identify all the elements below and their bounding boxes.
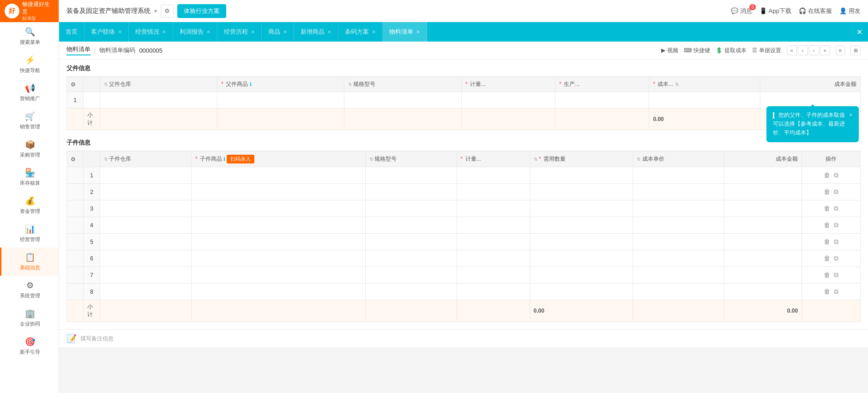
child-row-5-qty[interactable]: [530, 234, 633, 250]
child-row-5-unit-cost[interactable]: [633, 234, 724, 250]
tab-profit[interactable]: 利润报告 ✕: [173, 22, 217, 42]
scan-input-button[interactable]: 扫码录入: [227, 155, 254, 163]
child-row-2-unit[interactable]: [457, 184, 530, 200]
child-row-3-spec[interactable]: [365, 200, 457, 217]
child-row-7-goods[interactable]: [191, 267, 365, 284]
child-row-7-warehouse[interactable]: [100, 267, 192, 284]
child-row-2-unit-cost[interactable]: [633, 184, 724, 200]
sidebar-item-inventory[interactable]: 🏪 库存核算: [0, 163, 59, 191]
close-all-tabs-button[interactable]: ✕: [851, 28, 868, 36]
child-row-5-warehouse[interactable]: [100, 234, 192, 250]
extract-cost-button[interactable]: 💲 提取成本: [716, 47, 747, 54]
sidebar-item-finance[interactable]: 💰 资金管理: [0, 191, 59, 219]
parent-row-1-warehouse[interactable]: [100, 92, 217, 109]
parent-row-1-spec[interactable]: [344, 92, 461, 109]
next-last-button[interactable]: »: [820, 45, 830, 55]
child-row-6-unit[interactable]: [457, 250, 530, 267]
delete-row-icon[interactable]: 🗑: [824, 271, 830, 279]
child-row-1-qty[interactable]: [530, 167, 633, 184]
sidebar-item-marketing[interactable]: 📢 营销推广: [0, 79, 59, 107]
child-row-2-warehouse[interactable]: [100, 184, 192, 200]
sidebar-item-basic[interactable]: 📋 基础信息: [0, 248, 59, 276]
close-tab-new-goods-icon[interactable]: ✕: [327, 29, 332, 35]
online-service-button[interactable]: 🎧 在线客服: [799, 7, 832, 15]
child-row-4-unit-cost[interactable]: [633, 217, 724, 234]
tab-operation[interactable]: 经营情况 ✕: [129, 22, 173, 42]
child-row-4-goods[interactable]: [191, 217, 365, 234]
child-row-2-spec[interactable]: [365, 184, 457, 200]
delete-row-icon[interactable]: 🗑: [824, 171, 830, 179]
child-row-6-qty[interactable]: [530, 250, 633, 267]
child-row-7-unit[interactable]: [457, 267, 530, 284]
prev-button[interactable]: ‹: [798, 45, 808, 55]
copy-row-icon[interactable]: ⧉: [834, 288, 838, 296]
copy-row-icon[interactable]: ⧉: [834, 254, 838, 262]
child-row-3-qty[interactable]: [530, 200, 633, 217]
message-button[interactable]: 💬 消息 6: [731, 7, 752, 15]
close-tab-profit-icon[interactable]: ✕: [206, 29, 211, 35]
child-row-6-warehouse[interactable]: [100, 250, 192, 267]
child-row-2-qty[interactable]: [530, 184, 633, 200]
copy-row-icon[interactable]: ⧉: [834, 221, 838, 229]
close-tab-barcode-icon[interactable]: ✕: [372, 29, 376, 35]
child-row-8-goods[interactable]: [191, 284, 365, 300]
child-row-6-unit-cost[interactable]: [633, 250, 724, 267]
child-row-1-warehouse[interactable]: [100, 167, 192, 184]
tab-goods[interactable]: 商品 ✕: [262, 22, 294, 42]
child-row-3-goods[interactable]: [191, 200, 365, 217]
child-row-4-qty[interactable]: [530, 217, 633, 234]
copy-row-icon[interactable]: ⧉: [834, 188, 838, 196]
single-settings-button[interactable]: ☰ 单据设置: [752, 47, 781, 54]
close-tab-goods-icon[interactable]: ✕: [283, 29, 287, 35]
child-row-5-spec[interactable]: [365, 234, 457, 250]
child-row-6-goods[interactable]: [191, 250, 365, 267]
child-row-8-spec[interactable]: [365, 284, 457, 300]
sidebar-item-search[interactable]: 🔍 搜索菜单: [0, 22, 59, 50]
child-row-4-spec[interactable]: [365, 217, 457, 234]
close-tab-history-icon[interactable]: ✕: [251, 29, 255, 35]
child-row-5-goods[interactable]: [191, 234, 365, 250]
child-row-1-unit[interactable]: [457, 167, 530, 184]
child-row-7-unit-cost[interactable]: [633, 267, 724, 284]
child-row-8-unit-cost[interactable]: [633, 284, 724, 300]
child-row-7-qty[interactable]: [530, 267, 633, 284]
child-row-8-unit[interactable]: [457, 284, 530, 300]
copy-row-icon[interactable]: ⧉: [834, 238, 838, 246]
settings-gear-button[interactable]: ⚙: [161, 5, 174, 18]
expand-button[interactable]: ⊞: [850, 45, 861, 55]
next-button[interactable]: ›: [809, 45, 819, 55]
child-row-5-unit[interactable]: [457, 234, 530, 250]
child-row-7-spec[interactable]: [365, 267, 457, 284]
parent-row-1-cost[interactable]: [649, 92, 760, 109]
tooltip-close-button[interactable]: ×: [849, 111, 852, 120]
shortcut-button[interactable]: ⌨ 快捷键: [684, 47, 710, 54]
tab-new-goods[interactable]: 新增商品 ✕: [294, 22, 338, 42]
view-video-button[interactable]: ▶ 视频: [661, 47, 678, 54]
child-row-3-unit[interactable]: [457, 200, 530, 217]
delete-row-icon[interactable]: 🗑: [824, 205, 830, 212]
child-row-4-warehouse[interactable]: [100, 217, 192, 234]
close-tab-bom-icon[interactable]: ✕: [416, 29, 420, 35]
delete-row-icon[interactable]: 🗑: [824, 188, 830, 196]
sidebar-item-system[interactable]: ⚙ 系统管理: [0, 276, 59, 304]
close-tab-operation-icon[interactable]: ✕: [162, 29, 166, 35]
dropdown-arrow-icon[interactable]: ▾: [154, 8, 157, 14]
sidebar-item-purchase[interactable]: 📦 采购管理: [0, 135, 59, 163]
parent-row-1-goods[interactable]: [217, 92, 344, 109]
tab-bom[interactable]: 物料清单 ✕: [383, 22, 427, 42]
tab-barcode[interactable]: 条码方案 ✕: [338, 22, 383, 42]
copy-row-icon[interactable]: ⧉: [834, 271, 838, 279]
copy-row-icon[interactable]: ⧉: [834, 171, 838, 179]
sub-tab-bom-code[interactable]: 物料清单编码: [99, 46, 135, 54]
prev-first-button[interactable]: «: [787, 45, 797, 55]
list-view-button[interactable]: ≡: [836, 45, 845, 55]
tab-home[interactable]: 首页: [59, 22, 84, 42]
user-avatar[interactable]: 👤 用友: [839, 7, 861, 15]
child-row-1-unit-cost[interactable]: [633, 167, 724, 184]
note-placeholder[interactable]: 填写备注信息: [80, 335, 114, 343]
child-row-8-warehouse[interactable]: [100, 284, 192, 300]
child-row-1-spec[interactable]: [365, 167, 457, 184]
child-row-3-unit-cost[interactable]: [633, 200, 724, 217]
app-download-button[interactable]: 📱 App下载: [760, 7, 791, 15]
sidebar-item-quick-nav[interactable]: ⚡ 快捷导航: [0, 50, 59, 79]
